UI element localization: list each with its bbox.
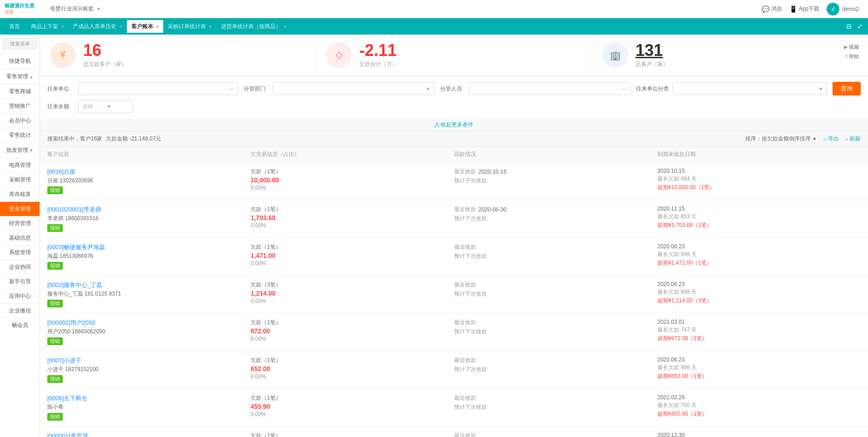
chevron-down-icon: ▼ — [107, 104, 111, 109]
sidebar-item-marketing[interactable]: 营销推广 — [0, 99, 40, 114]
debt-amount: 455.90 — [251, 403, 454, 410]
table-row: [0006]去下粮仓 陈小希 现销 欠款（1笔） 455.90 0.00% 最近… — [40, 389, 868, 427]
customer-name-link[interactable]: [0006]去下粮仓 — [47, 395, 87, 402]
due-overdue-text[interactable]: 超期¥672.00（1笔） — [657, 335, 861, 342]
tab-close-icon[interactable]: × — [61, 24, 64, 29]
payback-next: 预计下次收款 — [454, 366, 657, 373]
debt-amount: 1,214.00 — [251, 290, 454, 297]
customer-name-link[interactable]: [0001020001]李老师 — [47, 206, 101, 213]
logo: 畅捷通好生意 示意 — [5, 2, 45, 15]
svg-text:◇: ◇ — [336, 50, 343, 60]
tab-close-icon[interactable]: × — [156, 24, 159, 29]
tab-production-history[interactable]: 产成品入库单历史 × — [68, 20, 126, 33]
filter-unit-category-select[interactable]: ▼ — [672, 82, 827, 95]
sidebar-item-purchase-mgmt[interactable]: 采购管理 — [0, 173, 40, 187]
tab-customer-account[interactable]: 客户账本 × — [127, 20, 163, 33]
filter-balance-placeholder: 选择... — [82, 103, 98, 111]
sidebar-item-quick-nav[interactable]: 快捷导航 — [0, 54, 40, 69]
filter-dept-select[interactable]: ▼ — [272, 82, 435, 95]
sidebar-item-inventory[interactable]: 库存核算 — [0, 187, 40, 202]
due-overdue-days: 最长欠款 998 天 — [657, 288, 861, 296]
due-overdue-text[interactable]: 超期¥455.90（1笔） — [657, 410, 861, 418]
help-link[interactable]: ? 帮助 — [845, 53, 859, 60]
collapse-bar[interactable]: ⋀ 收起更多条件 — [40, 119, 868, 131]
sidebar-item-enterprise-wechat[interactable]: 企业微信 — [0, 304, 40, 318]
tab-purchase-stats[interactable]: 进货单统计表（按商品） × — [216, 20, 291, 33]
due-overdue-text[interactable]: 超期¥1,471.00（1笔） — [657, 259, 861, 267]
customer-name-link[interactable]: [0016]吕俊 — [47, 168, 75, 175]
tab-bar-collapse[interactable]: ⊟ — [843, 23, 854, 30]
tab-close-icon[interactable]: × — [284, 24, 286, 29]
due-date: 2021.02.26 — [657, 394, 861, 401]
filter-from-unit-input[interactable]: ··· — [78, 82, 238, 95]
debt-amount: 1,703.68 — [251, 214, 454, 221]
svg-text:¥: ¥ — [60, 49, 66, 60]
due-date-cell: 2020.06.23 最长欠款 998 天 超期¥1,214.00（3笔） — [657, 281, 861, 305]
sidebar-item-system-mgmt[interactable]: 系统管理 — [0, 246, 40, 260]
customer-name-link[interactable]: [000001]黄思源 — [47, 432, 88, 437]
search-menu-btn[interactable]: 搜索菜单 — [3, 38, 37, 50]
due-overdue-text[interactable]: 超期¥1,703.68（1笔） — [657, 221, 861, 229]
due-overdue-text[interactable]: 超期¥652.00（1笔） — [657, 372, 861, 380]
customer-name-link[interactable]: [0003]畅捷服务尹海蕊 — [47, 244, 105, 251]
refresh-btn[interactable]: ○ 刷新 — [845, 135, 861, 143]
due-overdue-days: 最长欠款 750 天 — [657, 402, 861, 409]
sidebar-item-basic-info[interactable]: 基础信息 — [0, 231, 40, 246]
due-overdue-text[interactable]: 超期¥1,214.00（3笔） — [657, 297, 861, 305]
table-row: [000002]用户2050 用户2050 18665062050 现销 欠款（… — [40, 313, 868, 351]
sidebar-item-retail-stats[interactable]: 零售统计 — [0, 128, 40, 143]
sidebar-item-wholesale-mgmt[interactable]: 批发管理▼ — [0, 143, 40, 158]
stat-icon-debt: ◇ — [325, 41, 352, 69]
sidebar-item-new-guide[interactable]: 新手引导 — [0, 275, 40, 289]
filter-from-unit-label: 往来单位 — [47, 85, 75, 93]
due-date-cell: 2021.03.01 最长欠款 747 天 超期¥672.00（1笔） — [657, 319, 861, 342]
tab-purchase-summary[interactable]: 采购订单统计表 × — [163, 20, 216, 33]
stat-number-debt: -2.11 — [359, 42, 582, 59]
customer-tag: 现销 — [47, 300, 63, 307]
due-date: 2020.06.23 — [657, 243, 861, 250]
stat-total-debt: ◇ -2.11 欠款合计（万） — [316, 35, 592, 75]
filter-balance-select[interactable]: 选择... ▼ — [78, 100, 133, 113]
customer-name-link[interactable]: [0007]小进干 — [47, 357, 81, 364]
message-btn[interactable]: 💬 消息 — [762, 5, 782, 13]
query-button[interactable]: 查询 — [833, 82, 861, 95]
due-overdue-text[interactable]: 超期¥10,000.00（1笔） — [657, 184, 861, 191]
video-link[interactable]: ▶ 视频 — [844, 44, 859, 50]
user-avatar[interactable]: d demo2 — [827, 3, 859, 15]
payback-cell: 最近收款 预计下次收款 — [454, 432, 657, 437]
payback-cell: 最近收款 2020-10-15 预计下次收款 — [454, 168, 657, 185]
table-row: [000001]黄思源 黄思源 13552700226 现销 欠款（1笔） 42… — [40, 427, 868, 437]
payback-label: 最近收款 — [454, 357, 476, 364]
debt-count: 欠款（1笔） — [251, 432, 454, 437]
sidebar-item-retail-mgmt[interactable]: 零售管理▲ — [0, 69, 40, 85]
company-selector[interactable]: 母婴行业演示账套 ▼ — [45, 5, 106, 13]
due-date: 2020.11.15 — [657, 206, 861, 212]
tab-products-off[interactable]: 商品上下架 × — [26, 20, 68, 33]
sidebar-item-ops-mgmt[interactable]: 经营管理 — [0, 216, 40, 231]
payback-label: 最近收款 — [454, 168, 476, 176]
sidebar-item-vip-member[interactable]: 畅会员 — [0, 318, 40, 332]
sidebar-item-app-center[interactable]: 应用中心 — [0, 289, 40, 304]
tab-bar-fullscreen[interactable]: ⤢ — [854, 23, 865, 30]
sidebar-item-ecommerce[interactable]: 电商管理 — [0, 158, 40, 173]
stat-label-debtors: 总欠款客户（家） — [83, 60, 306, 68]
filter-unit-category: 往来单位分类 ▼ — [636, 82, 827, 95]
payback-cell: 最近收款 预计下次收款 — [454, 243, 657, 260]
customer-name-link[interactable]: [000002]用户2050 — [47, 319, 95, 326]
filter-person-label: 分管人员 — [440, 85, 465, 93]
tab-home[interactable]: 首页 — [3, 20, 26, 33]
tab-close-icon[interactable]: × — [209, 24, 211, 29]
customer-name-link[interactable]: [0002]服务中心_丁磊 — [47, 281, 102, 288]
filter-person-input[interactable]: ··· — [469, 82, 631, 95]
sidebar-item-member-center[interactable]: 会员中心 — [0, 114, 40, 128]
sidebar-item-retail-mall[interactable]: 零售商城 — [0, 85, 40, 99]
col-header-customer: 客户信息 — [47, 151, 251, 158]
sidebar-item-enterprise-collab[interactable]: 企业协同 — [0, 260, 40, 275]
export-btn[interactable]: ○ 导出 — [823, 135, 839, 143]
sort-selector[interactable]: 排序：按欠款金额倒序排序 ▼ — [745, 135, 817, 143]
debt-percent: 0.00% — [251, 185, 454, 191]
payback-cell: 最近收款 预计下次收款 — [454, 357, 657, 373]
sidebar-item-finance[interactable]: 资金管理 — [0, 202, 40, 216]
app-download-btn[interactable]: 📱 App下载 — [789, 5, 819, 13]
tab-close-icon[interactable]: × — [119, 24, 122, 29]
